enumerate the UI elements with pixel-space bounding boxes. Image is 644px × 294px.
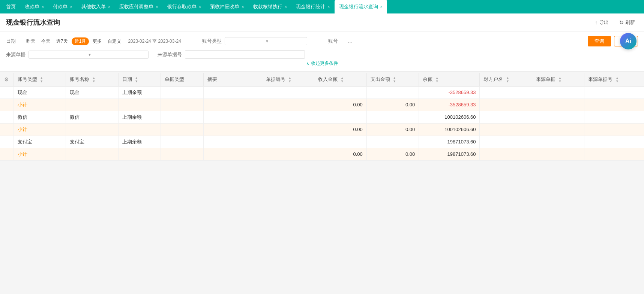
cell-counterpart <box>480 98 532 111</box>
nav-stats[interactable]: 现金银行统计 × <box>291 0 334 13</box>
col-counterpart[interactable]: 对方户名 ▲▼ <box>480 73 532 86</box>
cell-expense <box>366 136 419 148</box>
close-icon[interactable]: × <box>70 4 72 9</box>
cell-income: 0.00 <box>314 123 367 136</box>
sort-icon: ▲▼ <box>435 76 439 83</box>
chevron-up-icon: ∧ <box>306 61 309 66</box>
table-row: 小计 0.00 0.00 -3528659.33 <box>0 98 644 111</box>
data-table-wrapper: ⚙ 账号类型 ▲▼ 账号名称 ▲▼ 日期 ▲▼ 单据类型 摘 <box>0 73 644 161</box>
col-account-type[interactable]: 账号类型 ▲▼ <box>14 73 66 86</box>
source-doc-filter-group: 来源单据 ▾ <box>6 51 149 59</box>
nav-adjustment[interactable]: 应收应付调整单 × <box>115 0 162 13</box>
col-doc-no[interactable]: 单据编号 ▲▼ <box>262 73 314 86</box>
account-more-button[interactable]: ... <box>346 38 354 45</box>
cell-doc-type <box>161 148 204 160</box>
cell-balance: 19871073.60 <box>419 148 480 160</box>
account-type-select[interactable]: ▾ <box>225 37 307 45</box>
chevron-down-icon: ▾ <box>89 52 145 57</box>
account-type-label: 账号类型 <box>202 38 222 45</box>
cell-account-type: 现金 <box>14 86 66 98</box>
source-doc-select[interactable]: ▾ <box>29 51 149 59</box>
row-settings <box>0 111 14 123</box>
close-icon[interactable]: × <box>242 4 244 9</box>
filter-area: 日期 昨天 今天 近7天 近1月 更多 自定义 2023-02-24 至 202… <box>0 31 644 72</box>
cell-account-type: 小计 <box>14 148 66 160</box>
col-source-doc[interactable]: 来源单据 ▲▼ <box>532 73 584 86</box>
gear-icon[interactable]: ⚙ <box>4 76 9 82</box>
date-options: 昨天 今天 近7天 近1月 更多 自定义 <box>24 37 123 45</box>
cell-summary <box>203 136 262 148</box>
date-filter-group: 日期 昨天 今天 近7天 近1月 更多 自定义 2023-02-24 至 202… <box>6 37 181 45</box>
source-doc-no-filter-group: 来源单据号 <box>158 50 305 59</box>
cell-doc-type <box>161 136 204 148</box>
nav-verify[interactable]: 收款核销执行 × <box>249 0 291 13</box>
date-btn-more[interactable]: 更多 <box>90 37 104 45</box>
sort-icon: ▲▼ <box>615 76 619 83</box>
export-button[interactable]: ↑ 导出 <box>592 18 612 27</box>
col-settings: ⚙ <box>0 73 14 86</box>
cell-counterpart <box>480 148 532 160</box>
cell-summary <box>203 98 262 111</box>
col-source-doc-no[interactable]: 来源单据号 ▲▼ <box>584 73 644 86</box>
close-icon[interactable]: × <box>156 4 158 9</box>
header-actions: ↑ 导出 ↻ 刷新 <box>592 18 638 27</box>
date-btn-custom[interactable]: 自定义 <box>105 37 123 45</box>
row-settings <box>0 123 14 136</box>
cell-doc-type <box>161 111 204 123</box>
ai-assistant-button[interactable]: Ai <box>620 33 636 49</box>
cell-expense <box>366 86 419 98</box>
close-icon[interactable]: × <box>199 4 201 9</box>
nav-payment[interactable]: 付款单 × <box>48 0 77 13</box>
nav-advance[interactable]: 预收冲应收单 × <box>206 0 248 13</box>
nav-other-income[interactable]: 其他收入单 × <box>77 0 115 13</box>
cell-date <box>118 148 161 160</box>
date-btn-today[interactable]: 今天 <box>39 37 53 45</box>
refresh-button[interactable]: ↻ 刷新 <box>616 18 638 27</box>
cell-date: 上期余额 <box>118 86 161 98</box>
cell-counterpart <box>480 136 532 148</box>
nav-bank-deposit[interactable]: 银行存取款单 × <box>163 0 206 13</box>
row-settings <box>0 148 14 160</box>
col-date[interactable]: 日期 ▲▼ <box>118 73 161 86</box>
cell-expense: 0.00 <box>366 148 419 160</box>
cell-balance: -3528659.33 <box>419 86 480 98</box>
date-btn-7days[interactable]: 近7天 <box>54 37 70 45</box>
nav-home[interactable]: 首页 <box>2 0 20 13</box>
cell-counterpart <box>480 86 532 98</box>
cell-expense: 0.00 <box>366 123 419 136</box>
source-doc-no-input[interactable] <box>185 50 305 59</box>
col-balance[interactable]: 余额 ▲▼ <box>419 73 480 86</box>
cell-source-doc-no <box>584 98 644 111</box>
nav-cashflow[interactable]: 现金银行流水查询 × <box>335 0 387 13</box>
cell-source-doc <box>532 98 584 111</box>
col-account-name[interactable]: 账号名称 ▲▼ <box>66 73 119 86</box>
cell-balance: 19871073.60 <box>419 136 480 148</box>
collapse-bar[interactable]: ∧ 收起更多条件 <box>6 59 638 67</box>
page-header: 现金银行流水查询 ↑ 导出 ↻ 刷新 <box>0 13 644 31</box>
date-btn-yesterday[interactable]: 昨天 <box>24 37 38 45</box>
close-icon[interactable]: × <box>327 4 330 9</box>
refresh-icon: ↻ <box>619 19 624 25</box>
date-btn-1month[interactable]: 近1月 <box>72 37 89 45</box>
col-expense[interactable]: 支出金额 ▲▼ <box>366 73 419 86</box>
query-button[interactable]: 查询 <box>588 36 611 46</box>
cell-date: 上期余额 <box>118 136 161 148</box>
account-filter-group: 账号 ... <box>328 38 354 45</box>
cell-account-name: 现金 <box>66 86 119 98</box>
cell-doc-type <box>161 123 204 136</box>
sort-icon: ▲▼ <box>558 76 562 83</box>
close-icon[interactable]: × <box>380 4 383 9</box>
table-row: 小计 0.00 0.00 19871073.60 <box>0 148 644 160</box>
close-icon[interactable]: × <box>285 4 287 9</box>
close-icon[interactable]: × <box>108 4 110 9</box>
close-icon[interactable]: × <box>42 4 44 9</box>
nav-receipt[interactable]: 收款单 × <box>20 0 48 13</box>
cell-summary <box>203 111 262 123</box>
row-settings <box>0 86 14 98</box>
filter-row-source: 来源单据 ▾ 来源单据号 <box>6 50 638 59</box>
col-summary: 摘要 <box>203 73 262 86</box>
cell-expense <box>366 111 419 123</box>
cell-doc-type <box>161 98 204 111</box>
col-income[interactable]: 收入金额 ▲▼ <box>314 73 367 86</box>
cell-summary <box>203 86 262 98</box>
